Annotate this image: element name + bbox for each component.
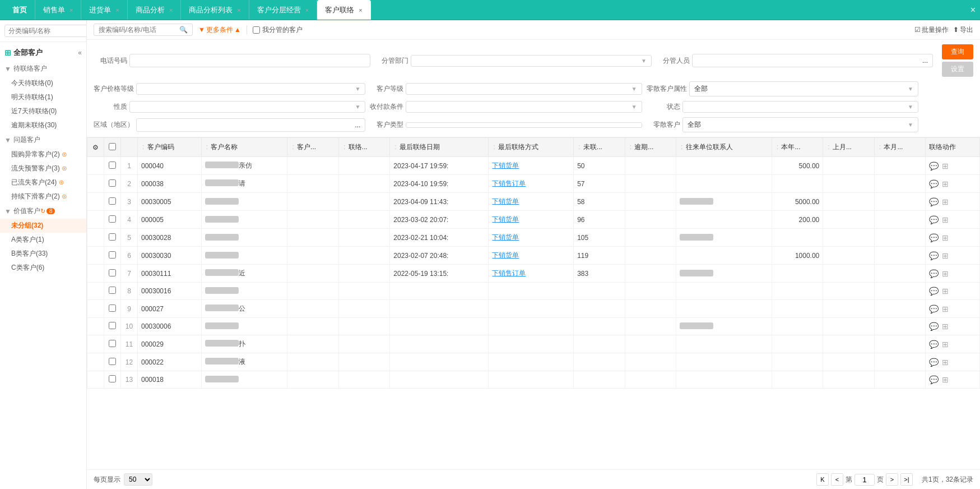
filter-select-nature[interactable]: ▼ <box>129 101 365 113</box>
row-checkbox-9[interactable] <box>109 322 116 329</box>
more-action-icon-5[interactable]: ⊞ <box>942 251 949 260</box>
tab-sales-close[interactable]: × <box>69 7 73 13</box>
filter-input-phone[interactable] <box>129 54 370 67</box>
col-this-year[interactable]: : 本年... <box>772 138 823 157</box>
row-check-6[interactable] <box>104 265 121 283</box>
more-action-icon-1[interactable]: ⊞ <box>942 179 949 188</box>
row-checkbox-2[interactable] <box>109 197 116 205</box>
row-checkbox-10[interactable] <box>109 340 116 347</box>
chat-icon-5[interactable]: 💬 <box>929 251 939 260</box>
filter-select-dept[interactable]: ▼ <box>411 55 652 67</box>
chat-icon-11[interactable]: 💬 <box>929 358 939 367</box>
sidebar-item-churn-risk[interactable]: 流失预警客户(3) ⊙ <box>0 162 86 176</box>
window-close-btn[interactable]: × <box>970 5 976 15</box>
row-check-9[interactable] <box>104 318 121 335</box>
col-checkbox[interactable] <box>104 138 121 157</box>
sidebar-item-declining[interactable]: 持续下滑客户(2) ⊙ <box>0 190 86 204</box>
next-page-btn[interactable]: > <box>886 473 898 486</box>
row-checkbox-7[interactable] <box>109 287 116 294</box>
my-customers-check[interactable] <box>253 26 260 34</box>
row-check-5[interactable] <box>104 247 121 265</box>
tab-sales[interactable]: 销售单 × <box>35 0 81 20</box>
sidebar-search-input[interactable] <box>4 25 87 37</box>
more-action-icon-2[interactable]: ⊞ <box>942 197 949 206</box>
col-cust-code[interactable]: : 客户编码 <box>138 138 202 157</box>
chat-icon-1[interactable]: 💬 <box>929 179 939 188</box>
more-action-icon-7[interactable]: ⊞ <box>942 287 949 296</box>
col-last-date[interactable]: : 最后联络日期 <box>390 138 489 157</box>
row-check-7[interactable] <box>104 283 121 300</box>
row-check-1[interactable] <box>104 175 121 193</box>
chat-icon-12[interactable]: 💬 <box>929 375 939 384</box>
last-type-link-1[interactable]: 下销售订单 <box>492 179 526 187</box>
sidebar-item-ungroup[interactable]: 未分组(32) <box>0 219 86 233</box>
chat-icon-3[interactable]: 💬 <box>929 215 939 224</box>
select-all-checkbox[interactable] <box>109 143 116 150</box>
row-last-type-4[interactable]: 下销货单 <box>489 229 574 247</box>
row-checkbox-8[interactable] <box>109 305 116 312</box>
col-cust-type[interactable]: : 客户... <box>287 138 338 157</box>
chat-icon-0[interactable]: 💬 <box>929 162 939 170</box>
more-action-icon-4[interactable]: ⊞ <box>942 233 949 242</box>
sidebar-item-overdue[interactable]: 逾期未联络(30) <box>0 118 86 132</box>
row-last-type-5[interactable]: 下销货单 <box>489 247 574 265</box>
filter-select-retail-attr[interactable]: 全部 ▼ <box>689 81 918 96</box>
more-conditions-btn[interactable]: ▼ 更多条件 ▲ <box>198 25 241 35</box>
col-unit-contact[interactable]: : 往来单位联系人 <box>676 138 772 157</box>
more-action-icon-10[interactable]: ⊞ <box>942 340 949 349</box>
more-action-icon-3[interactable]: ⊞ <box>942 215 949 224</box>
row-last-type-1[interactable]: 下销售订单 <box>489 175 574 193</box>
sidebar-root-all-customers[interactable]: ⊞ 全部客户 « <box>0 44 86 61</box>
last-type-link-5[interactable]: 下销货单 <box>492 251 519 259</box>
filter-select-cust-level[interactable]: ▼ <box>406 83 642 95</box>
row-checkbox-1[interactable] <box>109 179 116 187</box>
more-action-icon-0[interactable]: ⊞ <box>942 162 949 170</box>
filter-select-price-level[interactable]: ▼ <box>136 83 365 95</box>
sidebar-section-problem[interactable]: ▼ 问题客户 <box>0 132 86 147</box>
col-settings[interactable]: ⚙ <box>87 138 104 157</box>
row-checkbox-3[interactable] <box>109 215 116 223</box>
row-check-12[interactable] <box>104 371 121 389</box>
sidebar-item-tomorrow[interactable]: 明天待联络(1) <box>0 90 86 104</box>
tab-product-list[interactable]: 商品分析列表 × <box>181 0 249 20</box>
tab-customer-segment[interactable]: 客户分层经营 × <box>249 0 317 20</box>
tab-customer-contact[interactable]: 客户联络 × <box>317 0 370 20</box>
tab-customer-segment-close[interactable]: × <box>305 7 309 13</box>
refresh-icon[interactable]: ↻ <box>40 207 45 215</box>
query-btn[interactable]: 查询 <box>942 44 973 59</box>
page-input[interactable] <box>854 474 875 486</box>
row-check-8[interactable] <box>104 300 121 318</box>
tab-product-analysis-close[interactable]: × <box>169 7 173 13</box>
chat-icon-9[interactable]: 💬 <box>929 322 939 331</box>
sidebar-section-pending[interactable]: ▼ 待联络客户 <box>0 61 86 76</box>
row-last-type-2[interactable]: 下销货单 <box>489 193 574 211</box>
col-overdue[interactable]: : 逾期... <box>625 138 676 157</box>
filter-select-retail-cust[interactable]: 全部 ▼ <box>682 117 918 132</box>
filter-select-manager[interactable]: ... <box>692 54 933 67</box>
tab-customer-contact-close[interactable]: × <box>359 7 362 13</box>
my-customers-checkbox[interactable]: 我分管的客户 <box>253 25 303 35</box>
sidebar-item-lost[interactable]: 已流失客户(24) ⊙ <box>0 176 86 190</box>
last-type-link-0[interactable]: 下销货单 <box>492 162 519 169</box>
col-cust-name[interactable]: : 客户名称 <box>201 138 287 157</box>
row-check-10[interactable] <box>104 335 121 353</box>
filter-select-region[interactable]: ... <box>136 118 365 132</box>
row-checkbox-5[interactable] <box>109 251 116 259</box>
row-last-type-3[interactable]: 下销货单 <box>489 211 574 229</box>
more-action-icon-9[interactable]: ⊞ <box>942 322 949 331</box>
sidebar-item-groupA[interactable]: A类客户(1) <box>0 233 86 247</box>
filter-search-input[interactable] <box>99 26 177 34</box>
filter-select-payment[interactable]: ▼ <box>406 101 642 113</box>
last-type-link-3[interactable]: 下销货单 <box>492 215 519 223</box>
col-last-month[interactable]: : 上月... <box>823 138 874 157</box>
filter-search-icon[interactable]: 🔍 <box>179 26 188 34</box>
row-checkbox-0[interactable] <box>109 162 116 169</box>
col-no-contact[interactable]: : 未联... <box>574 138 625 157</box>
per-page-select[interactable]: 50 100 200 <box>124 473 152 486</box>
tab-product-list-close[interactable]: × <box>237 7 240 13</box>
chat-icon-4[interactable]: 💬 <box>929 233 939 242</box>
first-page-btn[interactable]: K <box>816 473 829 486</box>
chat-icon-7[interactable]: 💬 <box>929 287 939 296</box>
row-checkbox-12[interactable] <box>109 375 116 382</box>
filter-select-status[interactable]: ▼ <box>682 101 918 113</box>
